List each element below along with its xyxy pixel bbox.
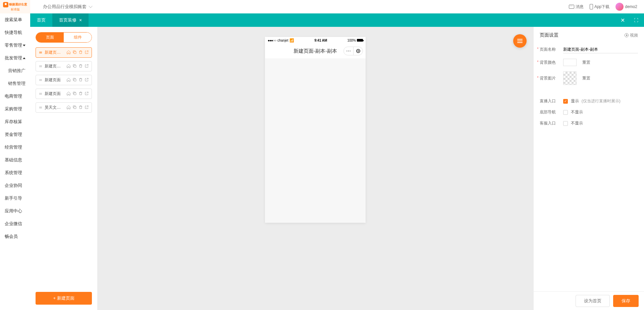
live-checkbox[interactable]: ✓: [563, 99, 568, 104]
logo-icon: [3, 2, 8, 7]
app-download-link[interactable]: App下载: [590, 4, 609, 10]
sidebar-item-2[interactable]: 零售管理: [0, 39, 30, 52]
top-header: 畅捷通好生意 标准版 办公用品行业模拟账套 消息 App下载 demo2: [0, 0, 644, 13]
play-icon: [625, 33, 629, 37]
copy-icon[interactable]: [72, 50, 77, 55]
segment-control: 页面 组件: [36, 32, 92, 43]
bg-image-swatch[interactable]: [563, 71, 577, 85]
trash-icon[interactable]: [78, 78, 83, 83]
sidebar-item-12[interactable]: 系统管理: [0, 166, 30, 179]
sidebar-item-8[interactable]: 库存核算: [0, 115, 30, 128]
page-name-input[interactable]: [563, 46, 638, 53]
chevron-down-icon: [89, 4, 92, 8]
sidebar-item-9[interactable]: 资金管理: [0, 128, 30, 141]
sidebar-item-6[interactable]: 电商管理: [0, 90, 30, 103]
phone-icon: [590, 4, 593, 9]
drag-handle-icon[interactable]: [39, 92, 43, 95]
drag-handle-icon[interactable]: [39, 65, 43, 68]
tab-close-icon[interactable]: ×: [79, 17, 82, 23]
share-icon[interactable]: [85, 64, 89, 69]
svg-rect-0: [74, 51, 76, 54]
bg-color-reset[interactable]: 重置: [582, 60, 590, 65]
trash-icon[interactable]: [78, 50, 83, 55]
svg-rect-4: [74, 106, 76, 109]
avatar: [615, 3, 624, 11]
page-item-2[interactable]: 新建页面: [36, 75, 92, 85]
sidebar-item-7[interactable]: 采购管理: [0, 103, 30, 115]
bg-image-reset[interactable]: 重置: [582, 76, 590, 81]
page-list-column: 页面 组件 新建页面-副本...新建页面-副本新建页面新建页面昊天文具店 + 新…: [30, 27, 97, 310]
sidebar-item-15[interactable]: 应用中心: [0, 205, 30, 217]
svg-rect-1: [74, 65, 76, 67]
sidebar-item-13[interactable]: 企业协同: [0, 179, 30, 192]
save-button[interactable]: 保存: [613, 295, 639, 307]
sidebar-item-4[interactable]: 营销推广: [0, 64, 30, 77]
mini-menu-icon[interactable]: ⋯: [344, 47, 353, 55]
drag-handle-icon[interactable]: [39, 106, 43, 109]
page-item-1[interactable]: 新建页面-副本: [36, 61, 92, 71]
wifi-icon: 📶: [289, 38, 294, 43]
message-link[interactable]: 消息: [569, 4, 584, 10]
add-page-button[interactable]: + 新建页面: [36, 292, 92, 305]
bottom-nav-checkbox[interactable]: [563, 110, 568, 115]
fullscreen-icon[interactable]: ⛶: [631, 13, 641, 27]
set-home-button[interactable]: 设为首页: [576, 295, 610, 307]
copy-icon[interactable]: [72, 91, 77, 97]
home-icon[interactable]: [66, 78, 71, 83]
floating-menu-button[interactable]: [513, 34, 527, 48]
segment-page[interactable]: 页面: [36, 33, 64, 42]
share-icon[interactable]: [85, 50, 89, 55]
battery-icon: [357, 39, 363, 42]
page-item-4[interactable]: 昊天文具店: [36, 102, 92, 113]
copy-icon[interactable]: [72, 105, 77, 110]
home-icon[interactable]: [66, 91, 71, 97]
drag-handle-icon[interactable]: [39, 79, 43, 82]
drag-handle-icon[interactable]: [39, 51, 43, 54]
share-icon[interactable]: [85, 91, 89, 97]
share-icon[interactable]: [85, 78, 89, 83]
close-all-tabs[interactable]: ✕: [617, 13, 628, 27]
sidebar-item-14[interactable]: 新手引导: [0, 192, 30, 205]
page-item-3[interactable]: 新建页面: [36, 89, 92, 99]
company-selector[interactable]: 办公用品行业模拟账套: [40, 2, 95, 11]
svg-rect-3: [74, 93, 76, 95]
preview-canvas[interactable]: [265, 58, 366, 223]
sidebar-item-16[interactable]: 企业微信: [0, 217, 30, 230]
trash-icon[interactable]: [78, 64, 83, 69]
home-icon[interactable]: [66, 105, 71, 110]
page-item-0[interactable]: 新建页面-副本...: [36, 47, 92, 58]
sidebar-item-0[interactable]: 搜索菜单: [0, 13, 30, 26]
phone-preview: ●●●○○ chanjet 📶 9:41 AM 100% 新建页面-副本-副本: [265, 37, 366, 223]
video-link[interactable]: 视频: [625, 33, 638, 38]
sidebar-item-11[interactable]: 基础信息: [0, 154, 30, 166]
preview-page-title: 新建页面-副本-副本: [293, 48, 337, 54]
preview-area: ●●●○○ chanjet 📶 9:41 AM 100% 新建页面-副本-副本: [97, 27, 533, 310]
tabs-bar: 首页首页装修× ✕ ⛶: [30, 13, 644, 27]
copy-icon[interactable]: [72, 64, 77, 69]
share-icon[interactable]: [85, 105, 89, 110]
sidebar-item-17[interactable]: 畅会员: [0, 230, 30, 243]
bg-color-swatch[interactable]: [563, 59, 577, 66]
trash-icon[interactable]: [78, 105, 83, 110]
home-icon[interactable]: [66, 50, 71, 55]
settings-panel: 页面设置 视频 页面名称 背景颜色: [533, 27, 644, 310]
caret-down-icon: [23, 45, 25, 46]
message-icon: [569, 5, 574, 9]
trash-icon[interactable]: [78, 91, 83, 97]
mini-close-icon[interactable]: [353, 47, 363, 55]
sidebar-item-5[interactable]: 销售管理: [0, 77, 30, 90]
sidebar: 搜索菜单快捷导航零售管理批发管理营销推广销售管理电商管理采购管理库存核算资金管理…: [0, 0, 30, 310]
user-menu[interactable]: demo2: [615, 3, 637, 11]
sidebar-item-10[interactable]: 经营管理: [0, 141, 30, 154]
tab-0[interactable]: 首页: [30, 13, 52, 27]
copy-icon[interactable]: [72, 78, 77, 83]
service-checkbox[interactable]: [563, 121, 568, 126]
tab-1[interactable]: 首页装修×: [52, 13, 89, 27]
segment-component[interactable]: 组件: [64, 33, 92, 42]
sidebar-item-3[interactable]: 批发管理: [0, 52, 30, 64]
sidebar-item-1[interactable]: 快捷导航: [0, 26, 30, 39]
home-icon[interactable]: [66, 64, 71, 69]
app-logo[interactable]: 畅捷通好生意 标准版: [0, 0, 30, 13]
svg-rect-2: [74, 79, 76, 81]
caret-up-icon: [23, 57, 25, 59]
